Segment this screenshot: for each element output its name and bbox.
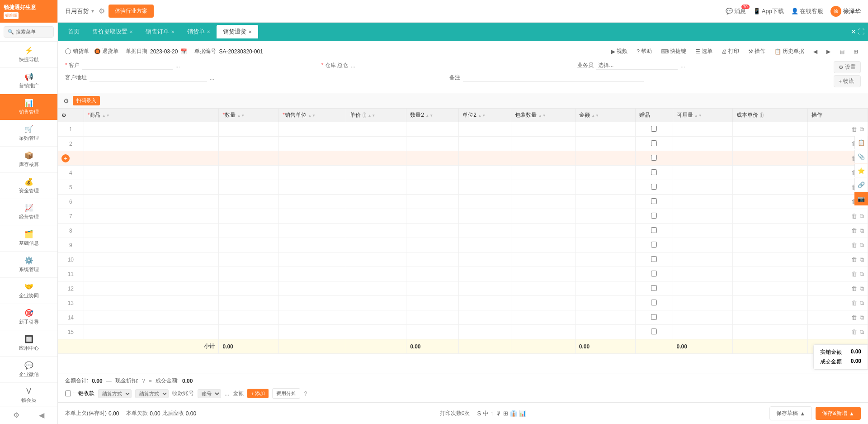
delete-row-15-icon[interactable]: 🗑 bbox=[851, 329, 857, 336]
unit2-cell-2[interactable] bbox=[459, 137, 511, 151]
tab-home[interactable]: 首页 bbox=[61, 25, 86, 38]
unit-price-cell-12[interactable] bbox=[346, 281, 406, 296]
qty2-cell-7[interactable] bbox=[406, 209, 459, 224]
sidebar-item-ops[interactable]: 📈 经营管理 bbox=[0, 199, 57, 225]
gift-checkbox-6[interactable] bbox=[651, 198, 657, 204]
qty-cell-1[interactable] bbox=[219, 122, 279, 137]
available-cell-12[interactable] bbox=[673, 281, 733, 296]
sale-unit-cell-8[interactable] bbox=[279, 224, 346, 238]
tab-sale-order[interactable]: 销售订单 ✕ bbox=[139, 25, 181, 38]
bottom-icon-4[interactable]: 🎙 bbox=[495, 410, 501, 417]
right-btn-note[interactable]: 📋 bbox=[854, 136, 868, 149]
qty2-cell-10[interactable] bbox=[406, 252, 459, 267]
unit2-cell-14[interactable] bbox=[459, 310, 511, 325]
list-view-btn[interactable]: ▤ bbox=[837, 47, 847, 56]
user-menu[interactable]: 徐 徐泽华 bbox=[830, 6, 861, 17]
sale-unit-cell-12[interactable] bbox=[279, 281, 346, 296]
amount-cell-11[interactable] bbox=[575, 267, 635, 281]
product-cell-14[interactable] bbox=[84, 310, 219, 325]
amount-sort-icon[interactable]: ▲▼ bbox=[591, 114, 599, 118]
product-cell-3[interactable] bbox=[84, 151, 219, 166]
gift-cell-4[interactable] bbox=[635, 166, 673, 180]
qty-cell-7[interactable] bbox=[219, 209, 279, 224]
bottom-icon-6[interactable]: 👔 bbox=[510, 410, 517, 417]
gift-cell-1[interactable] bbox=[635, 122, 673, 137]
gift-cell-3[interactable] bbox=[635, 151, 673, 166]
pkg-qty-cell-11[interactable] bbox=[511, 267, 575, 281]
operate-btn[interactable]: ⚒ 操作 bbox=[745, 46, 768, 57]
unit-price-cell-3[interactable] bbox=[346, 151, 406, 166]
sale-unit-cell-14[interactable] bbox=[279, 310, 346, 325]
gift-cell-15[interactable] bbox=[635, 325, 673, 339]
print-btn[interactable]: 🖨 打印 bbox=[719, 46, 742, 57]
product-cell-5[interactable] bbox=[84, 180, 219, 195]
cost-price-info-icon[interactable]: i bbox=[760, 112, 764, 118]
cost-price-cell-9[interactable] bbox=[733, 238, 808, 252]
delete-row-10-icon[interactable]: 🗑 bbox=[851, 256, 857, 263]
tab-close-sale-order[interactable]: ✕ bbox=[171, 29, 175, 34]
gift-cell-10[interactable] bbox=[635, 252, 673, 267]
calc-method-select[interactable]: 结算方式 bbox=[135, 389, 169, 398]
delete-row-9-icon[interactable]: 🗑 bbox=[851, 242, 857, 249]
sidebar-collapse-icon[interactable]: ◀ bbox=[39, 411, 44, 419]
product-cell-4[interactable] bbox=[84, 166, 219, 180]
account-select[interactable]: 账号 bbox=[198, 389, 221, 398]
qty2-cell-14[interactable] bbox=[406, 310, 459, 325]
account-more-icon[interactable]: ... bbox=[225, 391, 229, 397]
gift-checkbox-8[interactable] bbox=[651, 227, 657, 233]
address-input[interactable] bbox=[90, 73, 207, 82]
gift-checkbox-5[interactable] bbox=[651, 184, 657, 190]
unit-price-cell-5[interactable] bbox=[346, 180, 406, 195]
tab-close-sale-price[interactable]: ✕ bbox=[129, 29, 133, 34]
product-cell-12[interactable] bbox=[84, 281, 219, 296]
unit2-cell-11[interactable] bbox=[459, 267, 511, 281]
copy-row-9-icon[interactable]: ⧉ bbox=[860, 242, 864, 249]
product-cell-1[interactable] bbox=[84, 122, 219, 137]
company-dropdown[interactable]: 日用百货 ▼ bbox=[65, 7, 95, 15]
staff-select-icon[interactable]: ... bbox=[680, 62, 685, 69]
unit2-cell-8[interactable] bbox=[459, 224, 511, 238]
unit-price-cell-6[interactable] bbox=[346, 195, 406, 209]
unit-price-cell-11[interactable] bbox=[346, 267, 406, 281]
gift-cell-12[interactable] bbox=[635, 281, 673, 296]
product-input-row3[interactable] bbox=[88, 155, 215, 162]
sale-unit-cell-6[interactable] bbox=[279, 195, 346, 209]
sale-unit-cell-7[interactable] bbox=[279, 209, 346, 224]
staff-input[interactable] bbox=[596, 61, 678, 70]
gift-cell-6[interactable] bbox=[635, 195, 673, 209]
gift-cell-7[interactable] bbox=[635, 209, 673, 224]
unit-price-cell-10[interactable] bbox=[346, 252, 406, 267]
available-cell-6[interactable] bbox=[673, 195, 733, 209]
gift-cell-8[interactable] bbox=[635, 224, 673, 238]
pkg-qty-cell-8[interactable] bbox=[511, 224, 575, 238]
sidebar-item-basic[interactable]: 🗂️ 基础信息 bbox=[0, 225, 57, 252]
unit-price-cell-7[interactable] bbox=[346, 209, 406, 224]
warehouse-select-icon[interactable]: ... bbox=[351, 62, 355, 69]
qty2-cell-13[interactable] bbox=[406, 296, 459, 310]
qty-cell-14[interactable] bbox=[219, 310, 279, 325]
pkg-qty-cell-2[interactable] bbox=[511, 137, 575, 151]
qty-cell-11[interactable] bbox=[219, 267, 279, 281]
fee-split-button[interactable]: 费用分摊 bbox=[272, 388, 300, 399]
maximize-icon[interactable]: ⛶ bbox=[858, 28, 864, 35]
amount-cell-8[interactable] bbox=[575, 224, 635, 238]
remark-input[interactable] bbox=[463, 73, 644, 82]
cost-price-cell-7[interactable] bbox=[733, 209, 808, 224]
bottom-icon-1[interactable]: S bbox=[477, 410, 481, 417]
qty2-cell-1[interactable] bbox=[406, 122, 459, 137]
pkg-qty-cell-1[interactable] bbox=[511, 122, 575, 137]
sidebar-item-guide[interactable]: 🎯 新手引导 bbox=[0, 304, 57, 330]
calendar-icon[interactable]: 📅 bbox=[180, 48, 187, 55]
unit-price-cell-8[interactable] bbox=[346, 224, 406, 238]
cost-price-cell-15[interactable] bbox=[733, 325, 808, 339]
amount-cell-3[interactable] bbox=[575, 151, 635, 166]
product-cell-2[interactable] bbox=[84, 137, 219, 151]
available-cell-4[interactable] bbox=[673, 166, 733, 180]
unit2-cell-6[interactable] bbox=[459, 195, 511, 209]
cost-price-cell-6[interactable] bbox=[733, 195, 808, 209]
table-column-settings-icon[interactable]: ⚙ bbox=[63, 97, 69, 105]
amount-cell-15[interactable] bbox=[575, 325, 635, 339]
pkg-qty-cell-4[interactable] bbox=[511, 166, 575, 180]
qty-cell-3[interactable] bbox=[219, 151, 279, 166]
online-service-button[interactable]: 👤 在线客服 bbox=[791, 7, 823, 15]
